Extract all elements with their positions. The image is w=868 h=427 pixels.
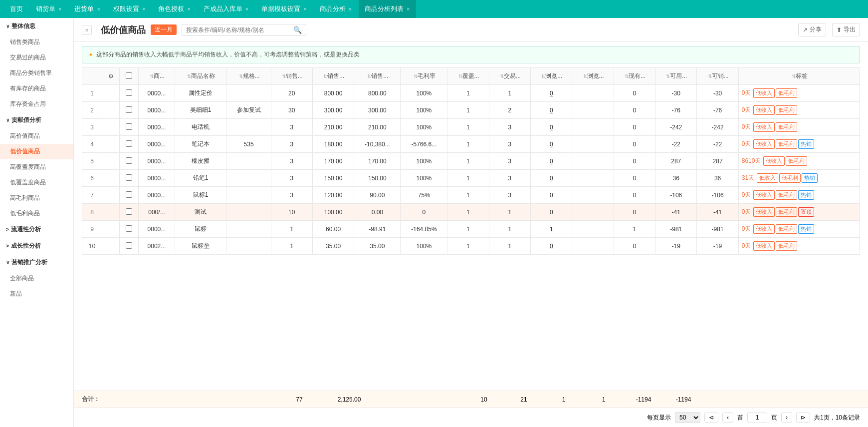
per-page-label: 每页显示: [647, 414, 671, 422]
nav-item-产成品入库单[interactable]: 产成品入库单×: [198, 0, 254, 18]
row-checkbox[interactable]: [126, 157, 132, 164]
nav-close-icon[interactable]: ×: [407, 6, 410, 12]
row-checkbox-cell[interactable]: [120, 221, 139, 238]
nav-item-单据模板设置[interactable]: 单据模板设置×: [255, 0, 312, 18]
browse1-link[interactable]: 0: [550, 175, 553, 182]
browse1-link[interactable]: 0: [550, 209, 553, 216]
row-browse1[interactable]: 0: [531, 153, 572, 170]
sidebar-item-全部商品[interactable]: 全部商品: [0, 271, 73, 286]
row-browse2: [572, 238, 614, 255]
row-checkbox[interactable]: [126, 123, 132, 130]
row-checkbox-cell[interactable]: [120, 170, 139, 187]
row-checkbox[interactable]: [126, 225, 132, 232]
col-checkbox[interactable]: [120, 68, 139, 85]
row-checkbox-cell[interactable]: [120, 204, 139, 221]
browse1-link[interactable]: 0: [550, 141, 553, 148]
row-checkbox-cell[interactable]: [120, 153, 139, 170]
sidebar-item-低覆盖度商品[interactable]: 低覆盖度商品: [0, 175, 73, 190]
row-sales-qty: 3: [271, 153, 312, 170]
share-button[interactable]: ↗ 分享: [798, 23, 826, 36]
row-checkbox-cell[interactable]: [120, 238, 139, 255]
settings-icon[interactable]: ⚙: [108, 73, 114, 80]
nav-close-icon[interactable]: ×: [142, 6, 145, 12]
row-checkbox-cell[interactable]: [120, 102, 139, 119]
browse1-link[interactable]: 1: [550, 226, 553, 233]
browse1-link[interactable]: 0: [550, 158, 553, 165]
export-button[interactable]: ⬆ 导出: [832, 23, 860, 36]
next-page-button[interactable]: ›: [781, 413, 792, 423]
sidebar-group-营销推广分析[interactable]: ∨营销推广分析: [0, 254, 73, 271]
sidebar-item-高价值商品[interactable]: 高价值商品: [0, 128, 73, 144]
row-browse1[interactable]: 0: [531, 102, 572, 119]
nav-item-权限设置[interactable]: 权限设置×: [107, 0, 151, 18]
select-all-checkbox[interactable]: [126, 72, 132, 79]
nav-close-icon[interactable]: ×: [58, 6, 61, 12]
row-browse1[interactable]: 0: [531, 119, 572, 136]
row-checkbox[interactable]: [126, 89, 132, 96]
prev-page-button[interactable]: ‹: [722, 413, 733, 423]
row-tags: 0天低收入低毛利热销: [738, 187, 860, 204]
row-browse1[interactable]: 0: [531, 187, 572, 204]
browse1-link[interactable]: 0: [550, 192, 553, 199]
row-checkbox[interactable]: [126, 106, 132, 113]
sidebar-item-高覆盖度商品[interactable]: 高覆盖度商品: [0, 159, 73, 175]
nav-item-角色授权[interactable]: 角色授权×: [152, 0, 196, 18]
time-badge[interactable]: 近一月: [151, 24, 177, 35]
row-checkbox[interactable]: [126, 140, 132, 147]
row-checkbox-cell[interactable]: [120, 136, 139, 153]
browse1-link[interactable]: 0: [550, 107, 553, 114]
nav-close-icon[interactable]: ×: [187, 6, 190, 12]
search-input[interactable]: [186, 26, 290, 33]
browse1-link[interactable]: 0: [550, 243, 553, 250]
nav-item-商品分析列表[interactable]: 商品分析列表×: [359, 0, 416, 18]
row-checkbox[interactable]: [126, 191, 132, 198]
sidebar-item-有库存的商品[interactable]: 有库存的商品: [0, 81, 73, 96]
col-settings[interactable]: ⚙: [102, 68, 120, 85]
nav-close-icon[interactable]: ×: [349, 6, 352, 12]
row-browse1[interactable]: 0: [531, 204, 572, 221]
sidebar-item-低价值商品[interactable]: 低价值商品: [0, 144, 73, 159]
sidebar-item-低毛利商品[interactable]: 低毛利商品: [0, 206, 73, 221]
row-gross-margin: 100%: [401, 85, 447, 102]
search-icon[interactable]: 🔍: [293, 26, 302, 34]
sidebar-item-销售类商品[interactable]: 销售类商品: [0, 34, 73, 50]
row-checkbox[interactable]: [126, 242, 132, 249]
page-input[interactable]: [747, 413, 767, 423]
row-checkbox-cell[interactable]: [120, 85, 139, 102]
row-browse1[interactable]: 0: [531, 85, 572, 102]
row-browse1[interactable]: 0: [531, 170, 572, 187]
nav-item-商品分析[interactable]: 商品分析×: [314, 0, 358, 18]
sidebar-item-高毛利商品[interactable]: 高毛利商品: [0, 190, 73, 206]
nav-close-icon[interactable]: ×: [97, 6, 100, 12]
first-page-button[interactable]: ⊲: [704, 413, 718, 423]
sidebar-group-成长性分析[interactable]: >成长性分析: [0, 238, 73, 254]
nav-item-进货单[interactable]: 进货单×: [68, 0, 106, 18]
sidebar-group-贡献值分析[interactable]: ∨贡献值分析: [0, 112, 73, 128]
row-settings: [102, 221, 120, 238]
sidebar-item-新品[interactable]: 新品: [0, 286, 73, 302]
row-browse1[interactable]: 1: [531, 221, 572, 238]
collapse-button[interactable]: «: [82, 25, 92, 35]
per-page-select[interactable]: 50 100: [675, 412, 700, 423]
last-page-button[interactable]: ⊳: [796, 413, 810, 423]
row-checkbox-cell[interactable]: [120, 119, 139, 136]
browse1-link[interactable]: 0: [550, 124, 553, 131]
browse1-link[interactable]: 0: [550, 90, 553, 97]
row-checkbox[interactable]: [126, 208, 132, 215]
row-browse1[interactable]: 0: [531, 136, 572, 153]
sidebar-group-整体信息[interactable]: ∨整体信息: [0, 18, 73, 34]
row-settings: [102, 170, 120, 187]
nav-item-首页[interactable]: 首页: [4, 0, 29, 18]
sidebar-item-商品分类销售率[interactable]: 商品分类销售率: [0, 65, 73, 81]
sidebar-item-交易过的商品[interactable]: 交易过的商品: [0, 50, 73, 65]
row-checkbox-cell[interactable]: [120, 187, 139, 204]
sidebar-group-流通性分析[interactable]: >流通性分析: [0, 221, 73, 238]
nav-close-icon[interactable]: ×: [303, 6, 306, 12]
nav-close-icon[interactable]: ×: [245, 6, 248, 12]
sidebar-item-库存资金占用[interactable]: 库存资金占用: [0, 96, 73, 112]
col-tags: ⇅标签: [738, 68, 860, 85]
row-browse1[interactable]: 0: [531, 238, 572, 255]
nav-item-销货单[interactable]: 销货单×: [30, 0, 67, 18]
row-checkbox[interactable]: [126, 174, 132, 181]
row-sales-profit: -98.91: [354, 221, 401, 238]
